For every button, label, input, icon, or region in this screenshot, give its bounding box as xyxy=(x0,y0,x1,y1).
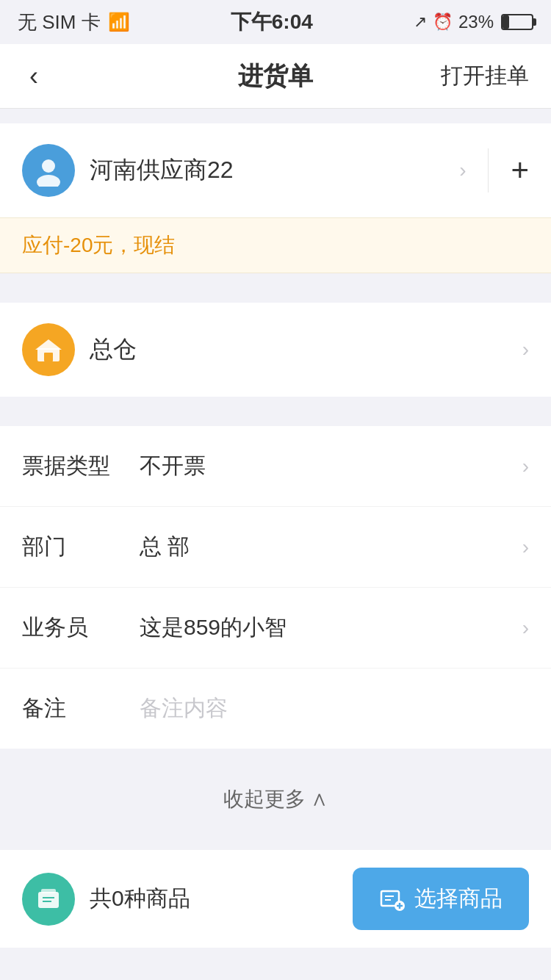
department-value: 总 部 xyxy=(125,532,522,562)
section-gap-2 xyxy=(0,273,551,288)
department-label: 部门 xyxy=(22,532,125,562)
department-row[interactable]: 部门 总 部 › xyxy=(0,507,551,588)
supplier-chevron-icon: › xyxy=(459,159,466,182)
warehouse-card: 总仓 › xyxy=(0,303,551,397)
status-right: ↗ ⏰ 23% xyxy=(414,12,533,32)
collapse-button[interactable]: 收起更多 ∧ xyxy=(0,763,551,835)
open-pending-button[interactable]: 打开挂单 xyxy=(441,61,529,91)
battery-icon xyxy=(501,14,533,30)
supplier-row[interactable]: 河南供应商22 › + xyxy=(0,123,551,217)
battery-percent: 23% xyxy=(458,12,494,32)
salesperson-row[interactable]: 业务员 这是859的小智 › xyxy=(0,588,551,669)
warehouse-icon xyxy=(22,323,75,376)
bottom-bar: 共0种商品 选择商品 xyxy=(0,850,551,948)
svg-point-0 xyxy=(42,159,55,173)
page-rest xyxy=(0,948,551,980)
svg-rect-4 xyxy=(44,353,53,361)
status-bar: 无 SIM 卡 📶 下午6:04 ↗ ⏰ 23% xyxy=(0,0,551,44)
remark-value[interactable]: 备注内容 xyxy=(125,693,529,724)
invoice-type-label: 票据类型 xyxy=(22,451,125,481)
location-icon: ↗ xyxy=(414,12,427,32)
alarm-icon: ⏰ xyxy=(433,12,453,32)
product-icon xyxy=(22,873,75,926)
supplier-card: 河南供应商22 › + 应付-20元，现结 xyxy=(0,123,551,273)
form-section: 票据类型 不开票 › 部门 总 部 › 业务员 这是859的小智 › 备注 备注… xyxy=(0,426,551,749)
wifi-icon: 📶 xyxy=(108,12,130,32)
invoice-chevron-icon: › xyxy=(522,455,529,478)
select-product-button[interactable]: 选择商品 xyxy=(353,868,529,930)
supplier-divider xyxy=(488,148,489,192)
product-count: 共0种商品 xyxy=(90,884,353,914)
warehouse-chevron-icon: › xyxy=(522,338,529,361)
select-product-label: 选择商品 xyxy=(414,884,503,914)
carrier-label: 无 SIM 卡 xyxy=(18,10,101,35)
svg-marker-3 xyxy=(35,339,62,350)
supplier-avatar xyxy=(22,144,75,197)
warehouse-name: 总仓 xyxy=(90,334,522,366)
section-gap-1 xyxy=(0,109,551,123)
invoice-type-row[interactable]: 票据类型 不开票 › xyxy=(0,426,551,507)
section-gap-3 xyxy=(0,397,551,411)
department-chevron-icon: › xyxy=(522,536,529,559)
warehouse-row[interactable]: 总仓 › xyxy=(0,303,551,397)
notice-banner: 应付-20元，现结 xyxy=(0,217,551,273)
salesperson-value: 这是859的小智 xyxy=(125,613,522,643)
supplier-name: 河南供应商22 xyxy=(90,154,459,187)
svg-rect-6 xyxy=(41,889,56,893)
svg-point-1 xyxy=(37,175,60,187)
back-button[interactable]: ‹ xyxy=(22,54,46,99)
remark-row[interactable]: 备注 备注内容 xyxy=(0,669,551,749)
nav-bar: ‹ 进货单 打开挂单 xyxy=(0,44,551,109)
salesperson-label: 业务员 xyxy=(22,613,125,643)
page-title: 进货单 xyxy=(238,60,313,93)
salesperson-chevron-icon: › xyxy=(522,616,529,640)
remark-label: 备注 xyxy=(22,693,125,724)
status-time: 下午6:04 xyxy=(231,8,313,36)
status-left: 无 SIM 卡 📶 xyxy=(18,10,130,35)
svg-rect-5 xyxy=(38,892,59,908)
invoice-type-value: 不开票 xyxy=(125,451,522,481)
add-supplier-button[interactable]: + xyxy=(511,153,529,188)
